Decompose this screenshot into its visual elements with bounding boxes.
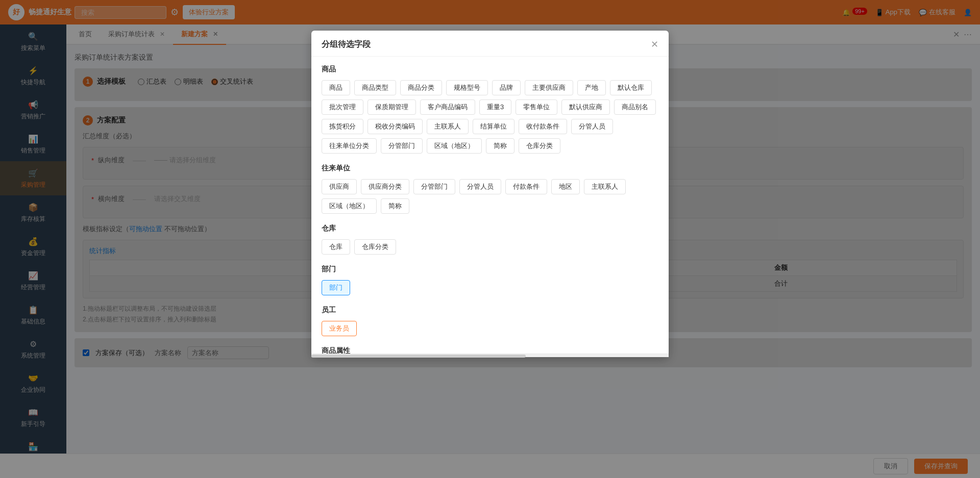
field-origin[interactable]: 产地	[577, 80, 606, 95]
section-employee: 员工 业务员	[322, 306, 658, 336]
field-manager[interactable]: 分管人员	[571, 119, 613, 134]
field-goods-category[interactable]: 商品分类	[400, 80, 442, 95]
field-goods[interactable]: 商品	[322, 80, 350, 95]
field-warehouse[interactable]: 仓库	[322, 239, 350, 255]
field-dept-managed[interactable]: 分管部门	[381, 138, 423, 154]
field-short-name[interactable]: 简称	[486, 138, 514, 154]
field-default-warehouse[interactable]: 默认仓库	[610, 80, 652, 95]
modal-header: 分组待选字段 ✕	[311, 31, 669, 57]
field-customer-code[interactable]: 客户商品编码	[420, 99, 475, 115]
section-warehouse: 仓库 仓库 仓库分类	[322, 224, 658, 255]
section-employee-title: 员工	[322, 306, 658, 315]
field-from-unit-cat[interactable]: 往来单位分类	[322, 138, 377, 154]
field-default-supplier[interactable]: 默认供应商	[561, 99, 610, 115]
dept-field-grid: 部门	[322, 280, 658, 295]
section-goods-attr: 商品属性 属性 颜色 多规格 尺码 鞋码 1	[322, 346, 658, 354]
field-pick-points[interactable]: 拣货积分	[322, 119, 363, 134]
modal-close-button[interactable]: ✕	[651, 39, 658, 50]
field-supplier-cat[interactable]: 供应商分类	[361, 179, 409, 194]
field-tax-code[interactable]: 税收分类编码	[368, 119, 423, 134]
field-settlement-unit[interactable]: 结算单位	[473, 119, 514, 134]
field-warehouse-category[interactable]: 仓库分类	[354, 239, 396, 255]
field-dept[interactable]: 部门	[322, 280, 350, 295]
modal-body[interactable]: 商品 商品 商品类型 商品分类 规格型号 品牌 主要供应商 产地 默认仓库 批次…	[311, 57, 669, 354]
scrollbar-thumb-h	[311, 355, 526, 358]
field-spec-type[interactable]: 规格型号	[446, 80, 488, 95]
section-partner-title: 往来单位	[322, 164, 658, 173]
section-goods-attr-title: 商品属性	[322, 346, 658, 354]
field-main-contact2[interactable]: 主联系人	[584, 179, 626, 194]
partner-field-grid: 供应商 供应商分类 分管部门 分管人员 付款条件 地区 主联系人 区域（地区） …	[322, 179, 658, 214]
field-payment-terms[interactable]: 收付款条件	[519, 119, 567, 134]
employee-field-grid: 业务员	[322, 321, 658, 336]
section-partner: 往来单位 供应商 供应商分类 分管部门 分管人员 付款条件 地区 主联系人 区域…	[322, 164, 658, 214]
field-payment-cond[interactable]: 付款条件	[505, 179, 547, 194]
field-region3[interactable]: 区域（地区）	[322, 198, 377, 214]
field-expiry-mgmt[interactable]: 保质期管理	[368, 99, 416, 115]
modal: 分组待选字段 ✕ 商品 商品 商品类型 商品分类 规格型号 品牌 主要供应商 产…	[311, 31, 669, 357]
field-main-contact[interactable]: 主联系人	[427, 119, 469, 134]
field-weight3[interactable]: 重量3	[479, 99, 511, 115]
section-goods-title: 商品	[322, 65, 658, 74]
field-dept-managed2[interactable]: 分管部门	[413, 179, 455, 194]
field-short-name2[interactable]: 简称	[381, 198, 409, 214]
modal-overlay: 分组待选字段 ✕ 商品 商品 商品类型 商品分类 规格型号 品牌 主要供应商 产…	[0, 0, 980, 478]
field-main-supplier[interactable]: 主要供应商	[525, 80, 573, 95]
field-retail-unit[interactable]: 零售单位	[516, 99, 557, 115]
modal-horizontal-scrollbar[interactable]	[311, 354, 669, 357]
goods-field-grid: 商品 商品类型 商品分类 规格型号 品牌 主要供应商 产地 默认仓库 批次管理 …	[322, 80, 658, 154]
field-goods-alias[interactable]: 商品别名	[614, 99, 656, 115]
field-warehouse-cat[interactable]: 仓库分类	[519, 138, 560, 154]
field-region[interactable]: 区域（地区）	[427, 138, 482, 154]
field-supplier[interactable]: 供应商	[322, 179, 357, 194]
modal-title: 分组待选字段	[322, 39, 371, 50]
field-managed-person[interactable]: 分管人员	[459, 179, 501, 194]
warehouse-field-grid: 仓库 仓库分类	[322, 239, 658, 255]
field-salesman[interactable]: 业务员	[322, 321, 357, 336]
section-goods: 商品 商品 商品类型 商品分类 规格型号 品牌 主要供应商 产地 默认仓库 批次…	[322, 65, 658, 154]
field-goods-type[interactable]: 商品类型	[354, 80, 396, 95]
field-brand[interactable]: 品牌	[492, 80, 521, 95]
section-warehouse-title: 仓库	[322, 224, 658, 233]
field-region2[interactable]: 地区	[551, 179, 580, 194]
section-dept-title: 部门	[322, 265, 658, 274]
section-dept: 部门 部门	[322, 265, 658, 295]
field-batch-mgmt[interactable]: 批次管理	[322, 99, 363, 115]
